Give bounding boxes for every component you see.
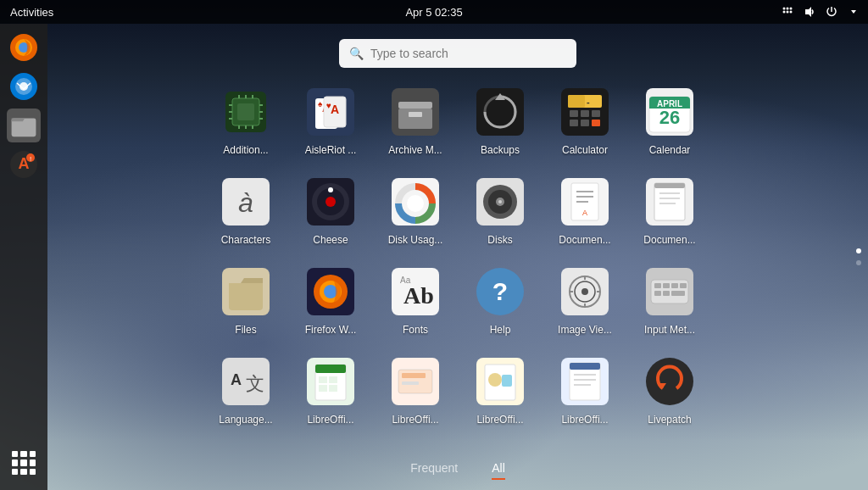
svg-text:A: A [582,209,587,217]
app-label-inputmet: Input Met... [644,324,695,336]
app-label-files: Files [235,324,256,336]
svg-point-0 [783,8,786,10]
svg-rect-52 [570,110,578,117]
svg-text:26: 26 [659,107,680,128]
svg-text:-: - [587,97,590,107]
app-icon-characters: à [219,175,273,229]
app-icon-backups [473,85,527,139]
svg-text:A: A [331,103,339,116]
app-label-fonts: Fonts [403,324,428,336]
app-icon-lofficewriter [558,354,612,409]
search-bar[interactable]: 🔍 [339,39,576,68]
app-item-diskusage[interactable]: Disk Usag... [373,166,458,253]
app-item-language[interactable]: A文Language... [203,346,288,432]
svg-rect-43 [398,109,432,129]
app-item-docviewer[interactable]: ADocumen... [542,166,627,253]
dropdown-icon[interactable] [846,4,861,19]
svg-rect-132 [402,381,419,385]
app-item-backups[interactable]: Backups [458,76,542,163]
apps-container: Addition...A♠A♥AisleRiot ...Archive M...… [47,68,868,454]
app-item-files[interactable]: Files [203,256,288,342]
app-icon-docviewer: A [558,175,612,229]
app-item-inputmet[interactable]: Input Met... [627,256,712,342]
app-icon-language: A文 [219,354,273,409]
app-item-lofficecalc[interactable]: LibreOffi... [288,346,373,432]
svg-rect-116 [663,291,670,296]
app-item-lofficedraw[interactable]: LibreOffi... [458,346,542,432]
app-icon-fonts: AbAa [388,264,442,319]
sidebar-firefox[interactable] [7,31,41,64]
app-label-diskusage: Disk Usag... [388,234,443,246]
svg-rect-50 [568,95,585,108]
sidebar-show-apps[interactable] [7,446,41,480]
dot [20,459,26,465]
svg-rect-136 [502,375,512,387]
svg-point-4 [787,11,789,14]
dot [30,459,36,465]
app-label-calendar: Calendar [649,144,691,156]
app-icon-firefox [303,264,358,319]
app-item-help[interactable]: ?Help [458,256,542,342]
app-item-lofficeimpress[interactable]: LibreOffi... [373,346,458,432]
app-item-fonts[interactable]: AbAaFonts [373,256,458,342]
app-item-characters[interactable]: àCharacters [203,166,288,253]
app-label-language: Language... [219,414,272,426]
app-item-cheese[interactable]: Cheese [288,166,373,253]
dot [20,469,26,475]
sidebar-files[interactable] [7,109,41,142]
svg-rect-44 [409,112,422,117]
app-item-docwriter2[interactable]: Documen... [627,166,712,253]
app-item-archivemanager[interactable]: Archive M... [373,76,458,163]
app-icon-aisleriot: A♠A♥ [303,85,358,139]
app-label-characters: Characters [221,234,271,246]
sidebar-email[interactable] [7,70,41,103]
svg-rect-21 [237,103,254,120]
app-icon-calendar: APRIL26 [643,85,697,139]
svg-rect-113 [671,283,678,288]
tab-all[interactable]: All [492,461,505,480]
svg-text:♥: ♥ [326,101,331,110]
app-label-lofficecalc: LibreOffi... [307,414,353,426]
app-label-help: Help [490,324,511,336]
volume-icon[interactable] [802,4,817,19]
dot [12,459,18,465]
app-icon-lofficecalc [303,354,358,409]
svg-marker-6 [805,7,811,17]
app-label-additionals: Addition... [223,144,268,156]
app-label-livepatch: Livepatch [648,414,691,426]
app-item-calculator[interactable]: -Calculator [542,76,627,163]
app-label-docviewer: Documen... [559,234,610,246]
app-icon-imageview [558,264,612,319]
sidebar-updates[interactable]: A ! [7,148,41,181]
svg-text:文: 文 [246,373,264,394]
main-content: 🔍 Addition...A♠A♥AisleRiot ...Archive M.… [47,24,868,490]
app-item-firefox[interactable]: Firefox W... [288,256,373,342]
app-item-imageview[interactable]: Image Vie... [542,256,627,342]
app-item-disks[interactable]: Disks [458,166,542,253]
power-icon[interactable] [824,4,839,19]
topbar-system-icons [780,4,868,19]
app-icon-inputmet [643,264,697,319]
search-input[interactable] [370,47,566,60]
svg-rect-56 [581,120,589,126]
app-item-aisleriot[interactable]: A♠A♥AisleRiot ... [288,76,373,163]
app-icon-calculator: - [558,85,612,139]
app-label-archivemanager: Archive M... [388,144,442,156]
svg-rect-123 [315,365,346,373]
app-label-aisleriot: AisleRiot ... [305,144,357,156]
app-item-lofficewriter[interactable]: LibreOffi... [542,346,627,432]
dot [30,451,36,457]
app-icon-archivemanager [388,85,442,139]
svg-point-135 [488,373,502,387]
app-item-calendar[interactable]: APRIL26Calendar [627,76,712,163]
svg-point-70 [328,187,333,192]
activities-label[interactable]: Activities [0,6,53,19]
svg-point-73 [407,195,424,212]
app-icon-lofficedraw [473,354,527,409]
app-icon-docwriter2 [643,175,697,229]
tab-frequent[interactable]: Frequent [410,461,458,480]
svg-rect-126 [319,385,327,392]
app-item-livepatch[interactable]: Livepatch [627,346,712,432]
app-item-additionals[interactable]: Addition... [203,76,288,163]
network-icon[interactable] [780,4,795,19]
